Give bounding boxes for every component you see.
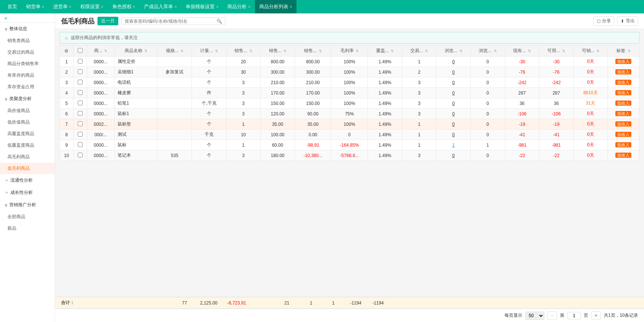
export-button[interactable]: ⬆ 导出 [617,16,638,26]
row-checkbox[interactable] [78,101,83,105]
nav-sales-close[interactable]: × [42,5,44,9]
sidebar-item-stock-products[interactable]: 有库存的商品 [0,70,55,81]
nav-product-analysis-list-close[interactable]: × [290,5,292,9]
sidebar-collapse-btn[interactable]: « [3,15,9,21]
sidebar-item-sales-products[interactable]: 销售类商品 [0,35,55,47]
cell-view1[interactable]: 0 [436,57,471,67]
col-unit[interactable]: 计量... ⇅ [192,45,226,57]
cell-current: 287 [505,88,539,98]
page-size-select[interactable]: 50 10 20 100 [525,312,544,320]
sidebar-item-low-coverage[interactable]: 低覆盖度商品 [0,140,55,151]
nav-product-analysis[interactable]: 商品分析 × [223,0,255,13]
col-gross-rate[interactable]: 毛利率 ⇅ [331,45,368,57]
cell-checkbox[interactable] [73,109,87,119]
sidebar-item-all-products[interactable]: 全部商品 [0,211,55,223]
row-checkbox[interactable] [78,121,83,126]
cell-view1[interactable]: 0 [436,88,471,98]
col-code[interactable]: 商... ⇅ [87,45,115,57]
col-coverage[interactable]: 覆盖... ⇅ [368,45,402,57]
cell-view1[interactable]: 0 [436,150,471,161]
cell-checkbox[interactable] [73,150,87,161]
col-saleable[interactable]: 可销... ⇅ [573,45,608,57]
cell-spec: 535 [157,150,192,161]
cell-checkbox[interactable] [73,57,87,67]
nav-product-analysis-list[interactable]: 商品分析列表 × [255,0,297,13]
col-sale-qty[interactable]: 销售... ⇅ [226,45,260,57]
nav-template[interactable]: 单据模板设置 × [181,0,223,13]
col-settings[interactable]: ⚙ [60,45,74,57]
sidebar-item-high-value[interactable]: 高价值商品 [0,105,55,117]
sidebar-group-general[interactable]: ∨ 整体信息 [0,23,55,35]
cell-unit: 个 [192,119,226,130]
nav-role[interactable]: 角色授权 × [108,0,140,13]
sidebar-item-traded-products[interactable]: 交易过的商品 [0,47,55,58]
col-available[interactable]: 可用... ⇅ [539,45,573,57]
sidebar-group-liquidity[interactable]: ＞ 流通性分析 [0,174,55,186]
cell-checkbox[interactable] [73,140,87,150]
sidebar-item-high-coverage[interactable]: 高覆盖度商品 [0,128,55,140]
sidebar-item-new-products[interactable]: 新品 [0,223,55,234]
nav-product-analysis-close[interactable]: × [248,5,250,9]
cell-view1[interactable]: 0 [436,130,471,140]
row-checkbox[interactable] [78,90,83,95]
col-view2[interactable]: 浏览... ⇅ [471,45,505,57]
cell-view1[interactable]: 0 [436,109,471,119]
sidebar-group-cluster[interactable]: ∨ 类聚度分析 [0,93,55,105]
row-checkbox[interactable] [78,69,83,74]
col-sale-price[interactable]: 销售... ⇅ [260,45,295,57]
nav-product-entry[interactable]: 产成品入库单 × [140,0,181,13]
nav-permission[interactable]: 权限设置 × [76,0,108,13]
col-current[interactable]: 现有... ⇅ [505,45,539,57]
next-page-button[interactable]: ＞ [591,311,601,320]
nav-template-close[interactable]: × [216,5,218,9]
sidebar-item-category-rate[interactable]: 商品分类销售率 [0,58,55,70]
select-all-checkbox[interactable] [78,48,83,53]
cell-checkbox[interactable] [73,88,87,98]
cell-checkbox[interactable] [73,130,87,140]
row-checkbox[interactable] [78,80,83,85]
col-view1[interactable]: 浏览... ⇅ [436,45,471,57]
cell-sale-qty: 1 [226,119,260,130]
search-icon[interactable]: 🔍 [217,19,222,24]
cell-view1[interactable]: 1 [436,140,471,150]
cell-checkbox[interactable] [73,98,87,109]
sidebar-item-low-margin[interactable]: 低毛利商品 [0,163,55,174]
nav-product-entry-close[interactable]: × [174,5,177,9]
table-row: 3 0000... 电话机 个 3 210.00 210.00 100% 1.4… [60,77,640,88]
col-checkbox[interactable] [73,45,87,57]
col-sale-profit[interactable]: 销售... ⇅ [295,45,331,57]
row-checkbox[interactable] [78,111,83,116]
cell-checkbox[interactable] [73,77,87,88]
nav-permission-close[interactable]: × [101,5,103,9]
row-checkbox[interactable] [78,153,83,157]
sidebar-item-stock-capital[interactable]: 库存资金占用 [0,81,55,93]
prev-page-button[interactable]: ＜ [547,311,557,320]
cell-checkbox[interactable] [73,67,87,77]
nav-purchase-close[interactable]: × [69,5,71,9]
col-spec[interactable]: 规格... ⇅ [157,45,192,57]
cell-view1[interactable]: 0 [436,119,471,130]
share-button[interactable]: ⬡ 分享 [593,16,614,26]
sidebar-item-high-margin[interactable]: 高毛利商品 [0,151,55,163]
page-number-input[interactable] [567,312,581,319]
sidebar-item-low-value[interactable]: 低价值商品 [0,117,55,128]
sidebar-group-growth[interactable]: ＞ 成长性分析 [0,186,55,199]
row-checkbox[interactable] [78,142,83,147]
nav-sales[interactable]: 销货单 × [22,0,49,13]
cell-view1[interactable]: 0 [436,98,471,109]
nav-home[interactable]: 首页 [3,0,22,13]
sidebar-group-marketing[interactable]: ∨ 营销推广分析 [0,199,55,211]
search-input[interactable] [125,19,217,24]
col-trade[interactable]: 交易... ⇅ [402,45,436,57]
time-filter-button[interactable]: 近一月 [97,17,118,25]
row-checkbox[interactable] [78,59,83,64]
nav-role-close[interactable]: × [133,5,135,9]
col-tag[interactable]: 标签 ⇅ [608,45,639,57]
col-name[interactable]: 商品名称 ⇅ [115,45,157,57]
cell-view1[interactable]: 0 [436,67,471,77]
cell-view1[interactable]: 0 [436,77,471,88]
row-checkbox[interactable] [78,132,83,137]
table-header-row: ⚙ 商... ⇅ 商品名称 ⇅ 规格... ⇅ 计量... ⇅ 销售... ⇅ … [60,45,640,57]
cell-checkbox[interactable] [73,119,87,130]
nav-purchase[interactable]: 进货单 × [49,0,76,13]
